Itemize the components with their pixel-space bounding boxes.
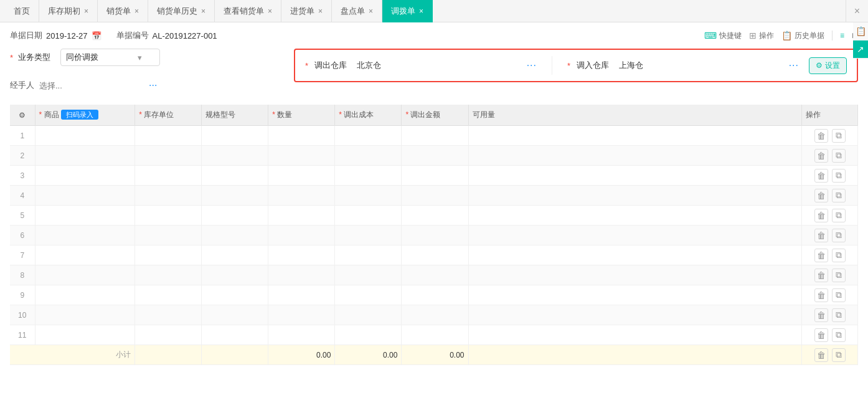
history-btn[interactable]: 📋 历史单据 [781, 31, 824, 41]
row-product [35, 245, 135, 265]
copy-icon[interactable]: ⧉ [832, 189, 846, 202]
row-spec [202, 166, 268, 186]
biz-type-chevron-icon: ▾ [138, 53, 142, 62]
in-wh-more-btn[interactable]: ··· [789, 60, 799, 71]
row-qty [268, 126, 335, 146]
copy-icon[interactable]: ⧉ [832, 348, 846, 362]
row-product [35, 146, 135, 166]
row-ops: 🗑 ⧉ [802, 285, 858, 305]
tab-close-stocktake[interactable]: × [369, 7, 373, 16]
row-cost [335, 186, 402, 206]
delete-icon[interactable]: 🗑 [814, 229, 828, 242]
docno-label: 单据编号 [116, 30, 149, 41]
row-no: 6 [10, 226, 35, 245]
row-unit [135, 206, 202, 226]
copy-icon[interactable]: ⧉ [832, 269, 846, 282]
view-list-btn[interactable]: ≡ [840, 31, 844, 40]
row-no: 3 [10, 166, 35, 186]
tab-close-sales-order[interactable]: × [134, 7, 139, 16]
th-gear[interactable]: ⚙ [10, 105, 35, 126]
delete-icon[interactable]: 🗑 [814, 308, 828, 322]
copy-icon[interactable]: ⧉ [832, 328, 846, 342]
delete-icon[interactable]: 🗑 [814, 129, 828, 143]
row-available [468, 226, 801, 245]
calendar-icon[interactable]: 📅 [92, 31, 101, 40]
tab-home[interactable]: 首页 [5, 0, 39, 22]
handler-input[interactable] [39, 81, 144, 90]
row-ops: 🗑 ⧉ [802, 226, 858, 245]
handler-more-btn[interactable]: ··· [149, 80, 157, 91]
delete-icon[interactable]: 🗑 [814, 288, 828, 302]
row-available [468, 245, 801, 265]
row-no: 2 [10, 146, 35, 166]
row-amount [402, 126, 468, 146]
row-available [468, 206, 801, 226]
shortcut-btn[interactable]: ⌨ 快捷键 [704, 31, 742, 41]
copy-icon[interactable]: ⧉ [832, 249, 846, 262]
row-qty [268, 305, 335, 325]
row-product [35, 285, 135, 305]
tab-view-sales[interactable]: 查看销货单 × [215, 0, 281, 22]
delete-icon[interactable]: 🗑 [814, 189, 828, 202]
tab-close-view-sales[interactable]: × [268, 7, 272, 16]
delete-icon[interactable]: 🗑 [814, 269, 828, 282]
row-unit [135, 285, 202, 305]
row-no: 11 [10, 325, 35, 345]
settings-button[interactable]: ⚙ 设置 [809, 57, 847, 74]
handler-label: 经手人 [10, 80, 34, 91]
tab-transfer[interactable]: 调拨单 × [382, 0, 433, 22]
global-close-button[interactable]: × [846, 0, 868, 22]
subtotal-qty: 0.00 [268, 345, 335, 365]
table-row: 1 🗑 ⧉ [10, 126, 858, 146]
tab-purchase[interactable]: 进货单 × [281, 0, 332, 22]
th-qty: * 数量 [268, 105, 335, 126]
row-qty [268, 285, 335, 305]
scan-barcode-btn[interactable]: 扫码录入 [61, 110, 98, 120]
tab-inventory-init[interactable]: 库存期初 × [39, 0, 98, 22]
sidebar-expand-btn[interactable]: ↗ [853, 40, 868, 59]
copy-icon[interactable]: ⧉ [832, 229, 846, 242]
row-available [468, 265, 801, 285]
view-list-icon: ≡ [840, 31, 844, 40]
main-content: 单据日期 2019-12-27 📅 单据编号 AL-20191227-001 ⌨… [0, 22, 868, 373]
biz-type-value: 同价调拨 [66, 52, 98, 63]
subtotal-amount: 0.00 [402, 345, 468, 365]
row-ops: 🗑 ⧉ [802, 265, 858, 285]
delete-icon[interactable]: 🗑 [814, 169, 828, 183]
delete-icon[interactable]: 🗑 [814, 209, 828, 222]
tab-close-transfer[interactable]: × [419, 7, 423, 16]
th-operations: 操作 [802, 105, 858, 126]
row-product [35, 305, 135, 325]
tab-sales-order[interactable]: 销货单 × [98, 0, 148, 22]
out-wh-more-btn[interactable]: ··· [527, 60, 537, 71]
biz-type-label: 业务类型 [18, 52, 50, 63]
copy-icon[interactable]: ⧉ [832, 288, 846, 302]
delete-icon[interactable]: 🗑 [814, 348, 828, 362]
sidebar-notes-btn[interactable]: 📋 [853, 22, 868, 40]
tab-close-purchase[interactable]: × [318, 7, 323, 16]
tab-sales-history[interactable]: 销货单历史 × [148, 0, 215, 22]
row-no: 1 [10, 126, 35, 146]
tab-close-inventory-init[interactable]: × [84, 7, 88, 16]
copy-icon[interactable]: ⧉ [832, 149, 846, 163]
copy-icon[interactable]: ⧉ [832, 308, 846, 322]
row-spec [202, 126, 268, 146]
row-amount [402, 166, 468, 186]
delete-icon[interactable]: 🗑 [814, 149, 828, 163]
tab-close-sales-history[interactable]: × [201, 7, 205, 16]
subtotal-ops: 🗑 ⧉ [802, 345, 858, 365]
copy-icon[interactable]: ⧉ [832, 209, 846, 222]
delete-icon[interactable]: 🗑 [814, 249, 828, 262]
copy-icon[interactable]: ⧉ [832, 169, 846, 183]
biz-type-select[interactable]: 同价调拨 ▾ [60, 49, 160, 66]
row-amount [402, 285, 468, 305]
right-sidebar: 📋 ↗ [853, 22, 868, 59]
tab-stocktake[interactable]: 盘点单 × [332, 0, 382, 22]
row-spec [202, 206, 268, 226]
row-product [35, 325, 135, 345]
delete-icon[interactable]: 🗑 [814, 328, 828, 342]
copy-icon[interactable]: ⧉ [832, 129, 846, 143]
row-qty [268, 146, 335, 166]
table-container: ⚙ * 商品 扫码录入 * 库存单位 规格型号 * [10, 105, 858, 365]
operations-btn[interactable]: ⊞ 操作 [749, 31, 774, 41]
